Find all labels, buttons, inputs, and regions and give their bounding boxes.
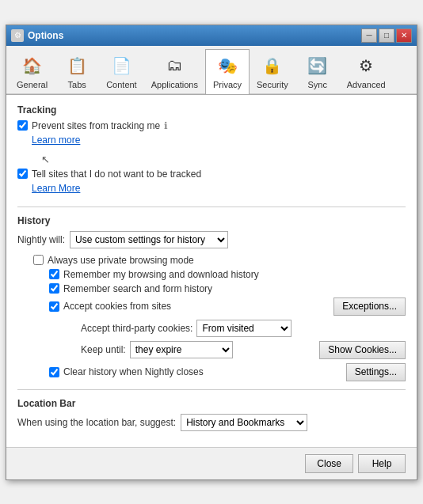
- nightly-will-label: Nightly will:: [17, 234, 65, 245]
- third-party-select[interactable]: From visited: [196, 320, 292, 337]
- tab-sync[interactable]: 🔄 Sync: [295, 49, 340, 94]
- exceptions-button[interactable]: Exceptions...: [333, 297, 406, 316]
- when-using-label: When using the location bar, suggest:: [17, 417, 176, 428]
- tab-content-label: Content: [106, 80, 137, 89]
- tab-bar: 🏠 General 📋 Tabs 📄 Content 🗂 Application…: [6, 46, 417, 94]
- clear-history-checkbox[interactable]: [49, 367, 59, 377]
- remember-browsing-checkbox[interactable]: [49, 269, 59, 279]
- divider-2: [17, 389, 406, 390]
- titlebar-buttons: ─ □ ✕: [361, 28, 412, 43]
- info-icon: ℹ: [164, 120, 168, 131]
- tab-privacy[interactable]: 🎭 Privacy: [205, 49, 250, 94]
- tell-sites-label: Tell sites that I do not want to be trac…: [32, 169, 201, 180]
- window-icon: ⚙: [11, 29, 24, 42]
- clear-history-row: Clear history when Nightly closes Settin…: [17, 363, 406, 381]
- nightly-will-row: Nightly will: Use custom settings for hi…: [17, 231, 406, 248]
- titlebar: ⚙ Options ─ □ ✕: [6, 25, 417, 46]
- tab-applications[interactable]: 🗂 Applications: [144, 49, 205, 94]
- tell-sites-row: Tell sites that I do not want to be trac…: [17, 169, 406, 180]
- options-window: ⚙ Options ─ □ ✕ 🏠 General 📋 Tabs 📄 Conte…: [6, 25, 417, 480]
- tab-tabs-label: Tabs: [68, 80, 86, 89]
- tab-general-label: General: [17, 80, 48, 89]
- remember-search-checkbox[interactable]: [49, 283, 59, 294]
- settings-button[interactable]: Settings...: [346, 363, 406, 381]
- privacy-icon: 🎭: [215, 53, 240, 78]
- learn-more-1-link[interactable]: Learn more: [32, 135, 80, 146]
- content-panel: Tracking Prevent sites from tracking me …: [6, 94, 417, 447]
- content-icon: 📄: [109, 53, 134, 78]
- divider-1: [17, 207, 406, 207]
- tab-content[interactable]: 📄 Content: [99, 49, 144, 94]
- tabs-icon: 📋: [64, 53, 90, 78]
- tracking-section-title: Tracking: [17, 104, 406, 116]
- keep-until-label: Keep until:: [81, 344, 126, 355]
- prevent-tracking-row: Prevent sites from tracking me ℹ: [17, 120, 406, 131]
- history-section-title: History: [17, 215, 406, 226]
- tab-security[interactable]: 🔒 Security: [250, 49, 295, 94]
- tell-sites-checkbox[interactable]: [17, 169, 28, 179]
- suggest-select[interactable]: History and Bookmarks: [181, 414, 307, 431]
- clear-history-label: Clear history when Nightly closes: [63, 366, 204, 377]
- location-bar-row: When using the location bar, suggest: Hi…: [17, 414, 406, 431]
- remember-browsing-row: Remember my browsing and download histor…: [49, 269, 406, 280]
- remember-search-row: Remember search and form history: [49, 283, 406, 294]
- always-private-label: Always use private browsing mode: [48, 255, 194, 266]
- third-party-label: Accept third-party cookies:: [81, 323, 192, 334]
- footer: Close Help: [6, 447, 417, 479]
- learn-more-2-link[interactable]: Learn More: [32, 183, 80, 194]
- tab-general[interactable]: 🏠 General: [10, 49, 55, 94]
- show-cookies-button[interactable]: Show Cookies...: [319, 341, 406, 359]
- always-private-row: Always use private browsing mode: [33, 255, 406, 266]
- close-button[interactable]: ✕: [396, 28, 412, 43]
- accept-cookies-label: Accept cookies from sites: [63, 301, 171, 312]
- close-button-footer[interactable]: Close: [305, 454, 353, 473]
- tab-tabs[interactable]: 📋 Tabs: [55, 49, 99, 94]
- tab-security-label: Security: [257, 80, 288, 89]
- tab-sync-label: Sync: [308, 80, 327, 89]
- remember-search-label: Remember search and form history: [63, 283, 212, 294]
- keep-until-row: Keep until: they expire Show Cookies...: [17, 341, 406, 359]
- third-party-row: Accept third-party cookies: From visited: [17, 320, 406, 337]
- accept-cookies-row: Accept cookies from sites Exceptions...: [17, 297, 406, 316]
- tab-advanced-label: Advanced: [347, 80, 386, 89]
- always-private-checkbox[interactable]: [33, 255, 44, 265]
- keep-until-select[interactable]: they expire: [130, 341, 233, 358]
- prevent-tracking-checkbox[interactable]: [17, 120, 28, 131]
- cursor-indicator: ↖: [41, 153, 50, 165]
- help-button[interactable]: Help: [358, 454, 406, 473]
- nightly-will-select[interactable]: Use custom settings for history: [70, 231, 228, 248]
- remember-browsing-label: Remember my browsing and download histor…: [63, 269, 259, 280]
- prevent-tracking-label: Prevent sites from tracking me: [32, 120, 160, 131]
- tab-advanced[interactable]: ⚙ Advanced: [340, 49, 393, 94]
- tab-applications-label: Applications: [151, 80, 198, 89]
- applications-icon: 🗂: [162, 53, 187, 78]
- sync-icon: 🔄: [305, 53, 330, 78]
- tab-privacy-label: Privacy: [213, 80, 242, 89]
- restore-button[interactable]: □: [379, 28, 394, 43]
- location-bar-section-title: Location Bar: [17, 398, 406, 409]
- accept-cookies-checkbox[interactable]: [49, 301, 59, 312]
- security-icon: 🔒: [260, 53, 285, 78]
- minimize-button[interactable]: ─: [361, 28, 377, 43]
- general-icon: 🏠: [20, 53, 45, 78]
- advanced-icon: ⚙: [353, 53, 379, 78]
- window-title: Options: [28, 30, 361, 41]
